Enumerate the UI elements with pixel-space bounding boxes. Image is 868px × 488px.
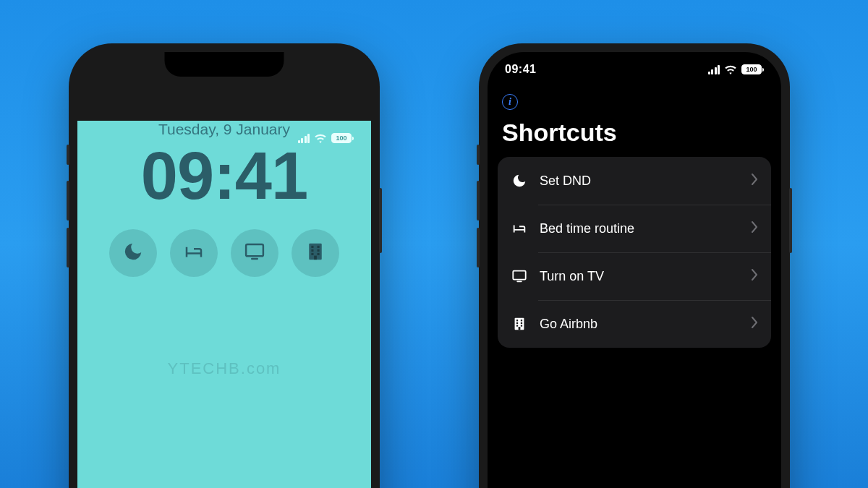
chevron-right-icon (751, 174, 758, 188)
tv-icon (244, 241, 265, 265)
list-item-label: Set DND (540, 174, 739, 189)
wifi-icon (314, 133, 327, 143)
status-bar: 100 (77, 121, 371, 155)
shortcut-button-tv[interactable] (231, 229, 278, 277)
shortcut-button-dnd[interactable] (109, 229, 157, 277)
shortcuts-list: Set DND Bed time routine Turn on TV (498, 157, 771, 348)
notch (165, 52, 284, 77)
chevron-right-icon (751, 317, 758, 331)
building-icon (305, 241, 326, 265)
shortcut-button-airbnb[interactable] (292, 229, 339, 277)
cellular-signal-icon (298, 134, 310, 143)
tv-icon (511, 268, 528, 284)
list-item-bedtime[interactable]: Bed time routine (498, 205, 771, 252)
battery-level: 100 (336, 134, 346, 142)
list-item-go-airbnb[interactable]: Go Airbnb (498, 300, 771, 348)
building-icon (511, 316, 528, 332)
watermark-text: YTECHB.com (77, 359, 371, 378)
list-item-turn-on-tv[interactable]: Turn on TV (498, 252, 771, 300)
list-item-label: Bed time routine (540, 221, 739, 236)
bed-icon (183, 241, 205, 265)
phone-mockup-shortcuts: 09:41 100 i Shortcuts YTECHB.com (479, 43, 790, 488)
info-button[interactable]: i (502, 94, 518, 110)
list-item-label: Turn on TV (540, 269, 739, 284)
page-title: Shortcuts (502, 119, 617, 147)
bed-icon (511, 221, 528, 236)
phone-mockup-standby: 100 Tuesday, 9 January 09:41 YTECHB.com (69, 43, 380, 488)
battery-indicator: 100 (741, 64, 764, 74)
moon-icon (511, 173, 528, 189)
chevron-right-icon (751, 269, 758, 283)
shortcuts-config-screen: 09:41 100 i Shortcuts YTECHB.com (488, 52, 781, 488)
standby-screen: 100 Tuesday, 9 January 09:41 YTECHB.com (77, 121, 371, 488)
notch (575, 52, 694, 77)
list-item-set-dnd[interactable]: Set DND (498, 157, 771, 205)
status-time: 09:41 (505, 63, 536, 76)
shortcut-button-bedtime[interactable] (170, 229, 218, 277)
wifi-icon (724, 64, 737, 74)
list-item-label: Go Airbnb (540, 317, 739, 332)
battery-indicator: 100 (331, 133, 354, 143)
moon-icon (122, 241, 144, 265)
comparison-stage: 100 Tuesday, 9 January 09:41 YTECHB.com (0, 0, 868, 488)
chevron-right-icon (751, 221, 758, 236)
battery-level: 100 (746, 66, 757, 73)
cellular-signal-icon (708, 65, 720, 74)
shortcut-widget-row (77, 229, 371, 277)
